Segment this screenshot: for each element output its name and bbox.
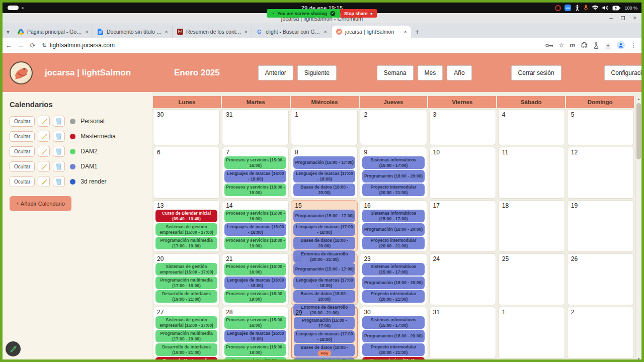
vertical-scrollbar[interactable]: ▲ ▼ [635, 96, 641, 362]
day-cell[interactable]: 18 [498, 200, 565, 252]
hide-calendar-button[interactable]: Ocultar [10, 116, 35, 127]
add-calendar-button[interactable]: + Añadir Calendario [10, 196, 71, 211]
scrollbar-thumb[interactable] [636, 103, 641, 159]
calendar-event[interactable]: Lenguajes de marcas (16:00 - 18:00) [224, 223, 286, 236]
bookmark-star-icon[interactable]: ☆ [559, 42, 565, 49]
tab-close-icon[interactable]: × [324, 29, 327, 35]
day-cell[interactable]: 12 [567, 147, 634, 199]
calendar-event[interactable]: Programación (18:00 - 20:00) [362, 277, 424, 289]
logout-button[interactable]: Cerrar sesión [511, 65, 561, 80]
calendar-event[interactable]: Procesos y servicios (18:00 - 19:00) [224, 343, 286, 356]
calendar-event[interactable]: Procesos y servicios (15:00 - 16:00) [224, 210, 286, 222]
edit-pencil-icon[interactable] [38, 146, 50, 157]
day-cell[interactable]: 30 [153, 109, 220, 145]
hide-calendar-button[interactable]: Ocultar [10, 146, 35, 157]
calendar-event[interactable]: Programación (15:00 - 17:00) [294, 317, 355, 329]
day-cell[interactable]: 25 [498, 253, 565, 305]
day-cell[interactable] [498, 360, 565, 362]
address-text[interactable]: lightsalmon.jocarsa.com [50, 42, 115, 49]
downloads-icon[interactable] [605, 42, 611, 49]
day-cell[interactable] [153, 360, 220, 362]
calendar-event[interactable]: Lenguajes de marcas (16:00 - 18:00) [224, 170, 286, 183]
day-cell[interactable]: 19 [567, 200, 634, 252]
reload-icon[interactable]: ⟳ [27, 42, 39, 49]
calendar-event[interactable]: Lenguajes de marcas (17:00 - 18:00) [293, 277, 355, 289]
settings-button[interactable]: Configuración [604, 65, 644, 80]
forward-icon[interactable]: → [15, 42, 27, 49]
day-cell[interactable]: 8Programación (15:00 - 17:00)Lenguajes d… [291, 147, 358, 199]
calendar-event[interactable]: Lenguajes de marcas (16:00 - 18:00) [224, 277, 286, 289]
calendar-event[interactable]: Procesos y servicios (15:00 - 16:00) [224, 156, 286, 169]
day-cell[interactable]: 11 [498, 147, 565, 199]
delete-trash-icon[interactable] [53, 116, 65, 127]
calendar-event[interactable]: Procesos y servicios (15:00 - 16:00) [224, 263, 286, 276]
calendar-event[interactable]: Proyecto intermodular (20:00 - 21:00) [362, 237, 424, 249]
browser-tab[interactable]: Documento sin título - D× [93, 26, 173, 38]
day-cell[interactable]: 23Sistemas informáticos (15:00 - 17:00)P… [360, 253, 427, 305]
previous-month-button[interactable]: Anterior [258, 65, 293, 80]
day-cell[interactable]: 28Procesos y servicios (15:00 - 16:00)Le… [222, 307, 289, 358]
edit-pencil-icon[interactable] [38, 161, 50, 172]
omnibox[interactable]: ⇅ lightsalmon.jocarsa.com [42, 42, 545, 49]
day-cell[interactable]: 6 [153, 147, 220, 199]
day-cell[interactable]: 27Sistemas de gestión empresarial (15:00… [153, 307, 220, 358]
edit-pencil-icon[interactable] [38, 176, 50, 187]
day-cell[interactable]: 4 [498, 109, 565, 145]
calendar-event[interactable]: Desarrollo de interfaces (19:00 - 21:00) [155, 343, 217, 356]
calendar-event[interactable]: Bases de datos (18:00 - 20:00) [293, 184, 355, 196]
calendar-event[interactable]: Sistemas de gestión empresarial (15:00 -… [155, 223, 217, 236]
extensions-puzzle-icon[interactable] [581, 42, 588, 49]
calendar-event[interactable]: Sistemas informáticos (15:00 - 17:00) [362, 263, 424, 276]
day-cell[interactable]: 10 [429, 147, 496, 199]
minimize-button[interactable]: – [609, 15, 613, 22]
browser-tab[interactable]: jocarsa | lightSalmon× [332, 26, 411, 38]
tab-close-icon[interactable]: × [404, 29, 407, 35]
day-cell[interactable]: 16Sistemas informáticos (15:00 - 17:00)P… [360, 200, 427, 252]
delete-trash-icon[interactable] [53, 146, 65, 157]
calendar-event[interactable]: Entornos de desarrollo (20:00 - 21:00) [293, 250, 355, 263]
calendar-event[interactable]: Procesos y servicios (18:00 - 19:00) [224, 237, 286, 249]
calendar-event[interactable]: Sistemas de gestión empresarial (15:00 -… [155, 263, 217, 276]
calendar-event[interactable]: Programación (15:00 - 17:00) [293, 210, 355, 222]
next-month-button[interactable]: Siguiente [297, 65, 337, 80]
activities-indicator[interactable] [8, 6, 24, 10]
calendar-event[interactable]: Sistemas informáticos (15:00 - 17:00) [362, 316, 424, 329]
scroll-down-icon[interactable]: ▼ [635, 356, 642, 362]
calendar-event[interactable]: Sistemas de gestión empresarial (15:00 -… [155, 316, 217, 329]
tab-close-icon[interactable]: × [245, 29, 248, 35]
day-cell[interactable]: 31 [222, 109, 289, 145]
calendar-event[interactable]: Programación (15:00 - 17:00) [293, 263, 355, 276]
calendar-event[interactable]: Lenguajes de marcas (17:00 - 18:00) [294, 330, 355, 343]
day-cell[interactable] [222, 360, 289, 362]
tab-close-icon[interactable]: × [86, 29, 89, 35]
site-settings-icon[interactable]: ⇅ [42, 42, 46, 49]
scroll-up-icon[interactable]: ▲ [635, 96, 642, 102]
calendar-event[interactable]: Proyecto intermodular (20:00 - 21:00) [362, 343, 424, 356]
tab-search-chevron-icon[interactable]: ▼ [3, 30, 14, 38]
day-cell[interactable]: 24 [429, 253, 496, 305]
calendar-event[interactable]: Lenguajes de marcas (17:00 - 18:00) [293, 170, 355, 183]
day-cell[interactable]: 30Sistemas informáticos (15:00 - 17:00)P… [360, 307, 427, 358]
day-cell[interactable]: 21Procesos y servicios (15:00 - 16:00)Le… [222, 253, 289, 305]
calendar-event[interactable]: Sistemas informáticos (15:00 - 17:00) [362, 156, 424, 169]
day-cell[interactable]: 15Programación (15:00 - 17:00)Lenguajes … [291, 200, 358, 252]
day-cell[interactable]: 1 [498, 307, 565, 358]
calendar-event[interactable]: Programación multimedia (17:00 - 19:00) [155, 330, 217, 342]
new-tab-button[interactable]: + [411, 28, 423, 38]
day-cell[interactable]: 20Sistemas de gestión empresarial (15:00… [153, 253, 220, 305]
calendar-event[interactable]: Fernando Mastermedia (09:40 - 11:40) [155, 357, 217, 362]
calendar-event[interactable]: Lenguajes de marcas (16:00 - 18:00) [224, 330, 286, 342]
calendar-event[interactable]: Acceso a datos (19:00 - 21:00) [224, 357, 286, 362]
tab-close-icon[interactable]: × [165, 29, 168, 35]
calendar-event[interactable]: Programación multimedia (17:00 - 19:00) [155, 277, 217, 289]
edit-pencil-icon[interactable] [38, 131, 50, 142]
day-cell[interactable]: 3 [429, 109, 496, 145]
calendar-event[interactable]: Proyecto intermodular (20:00 - 21:00) [362, 184, 424, 196]
day-cell[interactable]: 5 [567, 109, 634, 145]
day-cell-today[interactable]: 29Programación (15:00 - 17:00)Lenguajes … [291, 307, 358, 358]
experiments-flask-icon[interactable] [593, 42, 599, 49]
day-cell[interactable]: 9Sistemas informáticos (15:00 - 17:00)Pr… [360, 147, 427, 199]
hide-calendar-button[interactable]: Ocultar [10, 161, 35, 172]
edit-pencil-icon[interactable] [38, 116, 50, 127]
day-cell[interactable]: 2 [567, 307, 634, 358]
